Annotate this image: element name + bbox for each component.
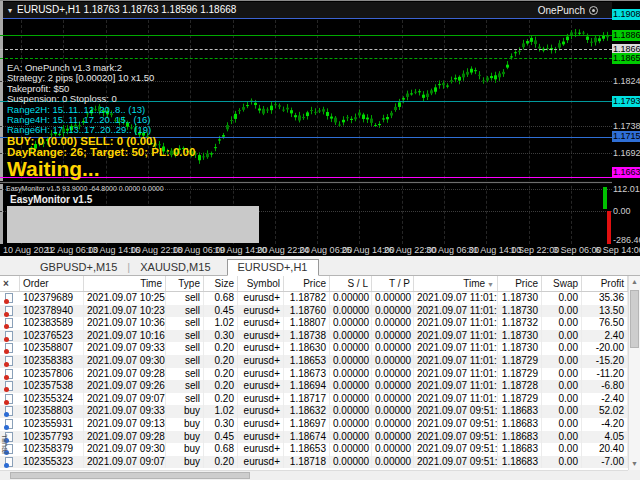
price-level-line[interactable] — [0, 49, 612, 50]
column-header-order[interactable]: Order — [20, 276, 84, 291]
table-row[interactable]: 1023796892021.09.07 10:25:03sell0.68euru… — [0, 292, 640, 305]
table-row[interactable]: 1023588072021.09.07 09:33:12sell0.20euru… — [0, 342, 640, 355]
indicator-axis-label: 112.0125 — [612, 184, 640, 195]
cell-swap: 0.00 — [542, 443, 582, 456]
cell-close_price: 1.18683 — [498, 456, 542, 469]
column-header-profit[interactable]: Profit — [582, 276, 628, 291]
chevron-down-icon[interactable]: ▾ — [8, 3, 12, 19]
cell-sl: 0.00000 — [330, 330, 372, 343]
cell-type: buy — [166, 443, 204, 456]
cell-tp: 0.00000 — [372, 368, 414, 381]
cell-sl: 0.00000 — [330, 355, 372, 368]
cell-close_time: 2021.09.07 11:01:54 — [414, 330, 498, 343]
price-level-line[interactable] — [0, 58, 612, 59]
chart-title-bar: ▾EURUSD+,H1 1.18763 1.18763 1.18596 1.18… — [3, 2, 612, 19]
cell-order: 102355324 — [20, 393, 84, 406]
subwindow-separator[interactable] — [0, 181, 612, 184]
table-row[interactable]: 1023588032021.09.07 09:33:12buy1.02eurus… — [0, 405, 640, 418]
table-row[interactable]: 1023553242021.09.07 09:07:58sell0.20euru… — [0, 393, 640, 406]
order-doc-icon — [5, 343, 13, 353]
cell-close_price: 1.18730 — [498, 342, 542, 355]
chart-title: EURUSD+,H1 1.18763 1.18763 1.18596 1.186… — [17, 4, 236, 15]
price-axis[interactable]: 1.190891.188641.186681.186571.182401.179… — [612, 1, 640, 244]
cell-sl: 0.00000 — [330, 405, 372, 418]
column-header-swap[interactable]: Swap — [542, 276, 582, 291]
column-header-s-l[interactable]: S / L — [330, 276, 372, 291]
history-table-body: 1023796892021.09.07 10:25:03sell0.68euru… — [0, 292, 640, 468]
cell-open_time: 2021.09.07 10:36:39 — [84, 317, 166, 330]
column-header-time[interactable]: Time▼ — [414, 276, 498, 291]
scroll-down-icon[interactable]: ▼ — [629, 458, 640, 470]
column-header-price[interactable]: Price — [498, 276, 542, 291]
column-header-size[interactable]: Size — [204, 276, 238, 291]
table-row[interactable]: 1023553232021.09.07 09:07:58buy0.20eurus… — [0, 456, 640, 469]
cell-close_price: 1.18683 — [498, 443, 542, 456]
price-axis-label: 1.18864 — [612, 30, 640, 41]
cell-sl: 0.00000 — [330, 431, 372, 444]
cell-price: 1.18738 — [284, 330, 330, 343]
column-header-t-p[interactable]: T / P — [372, 276, 414, 291]
cell-order: 102376523 — [20, 330, 84, 343]
column-header-symbol[interactable]: Symbol — [238, 276, 284, 291]
table-row[interactable]: 1023583832021.09.07 09:30:58sell0.20euru… — [0, 355, 640, 368]
cell-symbol: eurusd+ — [238, 330, 284, 343]
vertical-scroll-thumb[interactable] — [630, 290, 639, 348]
table-row[interactable]: 1023575382021.09.07 09:26:05sell0.20euru… — [0, 380, 640, 393]
indicator-histogram-bar — [603, 187, 607, 209]
column-header-time[interactable]: Time — [84, 276, 166, 291]
cell-symbol: eurusd+ — [238, 380, 284, 393]
cell-price: 1.18760 — [284, 305, 330, 318]
cell-price: 1.18674 — [284, 431, 330, 444]
chart-tab-eurusd-h1[interactable]: EURUSD+,H1 — [227, 259, 319, 276]
cell-swap: 0.00 — [542, 355, 582, 368]
cell-close_time: 2021.09.07 11:01:53 — [414, 380, 498, 393]
cell-open_time: 2021.09.07 09:33:12 — [84, 342, 166, 355]
cell-sl: 0.00000 — [330, 368, 372, 381]
cell-open_time: 2021.09.07 10:16:49 — [84, 330, 166, 343]
cell-close_time: 2021.09.07 11:01:55 — [414, 305, 498, 318]
table-row[interactable]: 1023835892021.09.07 10:36:39sell1.02euru… — [0, 317, 640, 330]
cell-profit: 76.50 — [582, 317, 628, 330]
horizontal-scroll-thumb[interactable] — [10, 472, 250, 479]
onepunch-ea-button[interactable]: OnePunch — [538, 3, 598, 18]
horizontal-scrollbar[interactable] — [0, 470, 628, 480]
table-row[interactable]: 1023559312021.09.07 09:13:12buy0.30eurus… — [0, 418, 640, 431]
cell-close_price: 1.18683 — [498, 405, 542, 418]
cell-open_time: 2021.09.07 09:26:05 — [84, 380, 166, 393]
cell-profit: 13.50 — [582, 305, 628, 318]
price-axis-label: 1.17159 — [612, 131, 640, 142]
time-axis[interactable]: 10 Aug 202112 Aug 06:0013 Aug 14:0016 Au… — [0, 244, 640, 256]
cell-type: sell — [166, 380, 204, 393]
cell-close_time: 2021.09.07 11:01:54 — [414, 355, 498, 368]
cell-close_price: 1.18730 — [498, 330, 542, 343]
cell-profit: 20.40 — [582, 443, 628, 456]
scroll-up-icon[interactable]: ▲ — [629, 276, 640, 288]
table-row[interactable]: 1023765232021.09.07 10:16:49sell0.30euru… — [0, 330, 640, 343]
cell-close_time: 2021.09.07 11:01:55 — [414, 317, 498, 330]
cell-size: 1.02 — [204, 317, 238, 330]
cell-symbol: eurusd+ — [238, 443, 284, 456]
column-header-price[interactable]: Price — [284, 276, 330, 291]
cell-tp: 0.00000 — [372, 317, 414, 330]
cell-swap: 0.00 — [542, 418, 582, 431]
vertical-scrollbar[interactable]: ▲ ▼ — [628, 276, 640, 470]
ea-status-text: Waiting... — [7, 159, 195, 179]
table-row[interactable]: 1023578062021.09.07 09:28:04sell0.20euru… — [0, 368, 640, 381]
cell-profit: 35.36 — [582, 292, 628, 305]
chart-tab-gbpusd-m15[interactable]: GBPUSD+,M15 — [30, 260, 127, 275]
cell-type: buy — [166, 431, 204, 444]
cell-close_price: 1.18728 — [498, 380, 542, 393]
column-header-type[interactable]: Type — [166, 276, 204, 291]
close-panel-icon[interactable]: × — [0, 276, 20, 291]
cell-close_price: 1.18729 — [498, 393, 542, 406]
cell-type: sell — [166, 330, 204, 343]
order-doc-icon — [5, 318, 13, 328]
cell-price: 1.18630 — [284, 342, 330, 355]
table-row[interactable]: 1023583792021.09.07 09:30:58buy0.68eurus… — [0, 443, 640, 456]
cell-swap: 0.00 — [542, 393, 582, 406]
table-row[interactable]: 1023789402021.09.07 10:23:58sell0.45euru… — [0, 305, 640, 318]
table-row[interactable]: 1023577932021.09.07 09:28:03buy0.45eurus… — [0, 431, 640, 444]
chart-tab-xauusd-m15[interactable]: XAUUSD,M15 — [130, 260, 220, 275]
price-level-line[interactable] — [0, 35, 612, 36]
cell-order: 102383589 — [20, 317, 84, 330]
